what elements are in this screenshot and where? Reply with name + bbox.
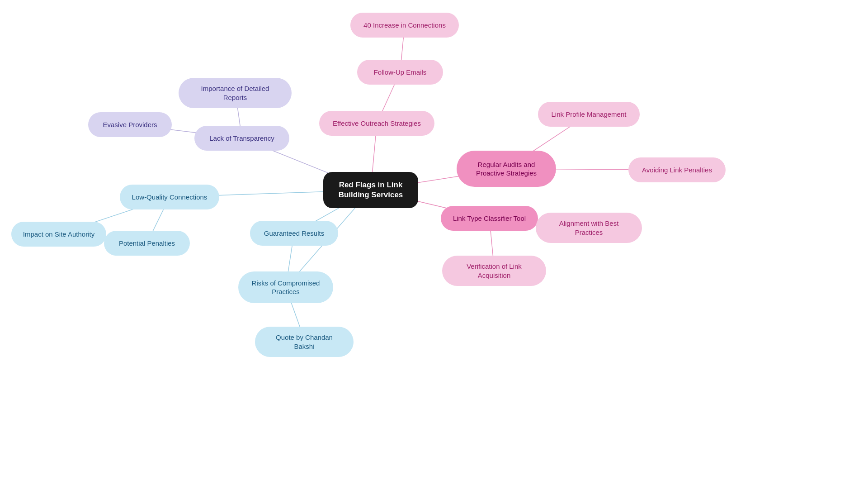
node-link_profile: Link Profile Management: [538, 102, 640, 127]
node-verification_link: Verification of Link Acquisition: [442, 256, 546, 286]
node-increase_connections: 40 Increase in Connections: [350, 13, 459, 38]
node-label-link_type_classifier: Link Type Classifier Tool: [453, 214, 526, 223]
node-label-guaranteed_results: Guaranteed Results: [264, 229, 324, 238]
node-potential_penalties: Potential Penalties: [104, 231, 190, 256]
node-link_type_classifier: Link Type Classifier Tool: [441, 206, 538, 231]
node-label-lack_transparency: Lack of Transparency: [209, 134, 274, 143]
node-label-follow_up_emails: Follow-Up Emails: [374, 68, 427, 77]
node-center: Red Flags in Link Building Services: [323, 172, 418, 208]
node-label-verification_link: Verification of Link Acquisition: [452, 262, 536, 280]
node-label-avoiding_penalties: Avoiding Link Penalties: [642, 166, 712, 175]
node-importance_detailed: Importance of Detailed Reports: [179, 78, 292, 108]
node-label-potential_penalties: Potential Penalties: [119, 239, 175, 248]
node-alignment_best: Alignment with Best Practices: [536, 213, 642, 243]
node-guaranteed_results: Guaranteed Results: [250, 221, 338, 246]
node-label-increase_connections: 40 Increase in Connections: [363, 21, 446, 30]
node-lack_transparency: Lack of Transparency: [194, 126, 289, 151]
node-label-low_quality: Low-Quality Connections: [132, 193, 208, 202]
node-label-evasive_providers: Evasive Providers: [103, 120, 157, 129]
node-quote_chandan: Quote by Chandan Bakshi: [255, 327, 354, 357]
node-follow_up_emails: Follow-Up Emails: [357, 60, 443, 85]
node-label-regular_audits: Regular Audits and Proactive Strategies: [467, 160, 546, 178]
node-risks_compromised: Risks of Compromised Practices: [238, 271, 333, 303]
mindmap-container: Red Flags in Link Building Services40 In…: [0, 0, 868, 490]
node-label-risks_compromised: Risks of Compromised Practices: [248, 279, 323, 296]
node-label-center: Red Flags in Link Building Services: [333, 180, 408, 200]
node-label-impact_site: Impact on Site Authority: [23, 230, 94, 239]
node-effective_outreach: Effective Outreach Strategies: [319, 111, 434, 136]
node-avoiding_penalties: Avoiding Link Penalties: [628, 157, 726, 182]
node-regular_audits: Regular Audits and Proactive Strategies: [457, 151, 556, 187]
node-label-quote_chandan: Quote by Chandan Bakshi: [265, 333, 344, 351]
node-label-effective_outreach: Effective Outreach Strategies: [333, 119, 421, 128]
node-impact_site: Impact on Site Authority: [11, 222, 106, 247]
node-label-importance_detailed: Importance of Detailed Reports: [189, 84, 282, 102]
node-evasive_providers: Evasive Providers: [88, 112, 172, 137]
node-label-link_profile: Link Profile Management: [552, 110, 627, 119]
node-low_quality: Low-Quality Connections: [120, 185, 219, 209]
node-label-alignment_best: Alignment with Best Practices: [546, 219, 632, 237]
